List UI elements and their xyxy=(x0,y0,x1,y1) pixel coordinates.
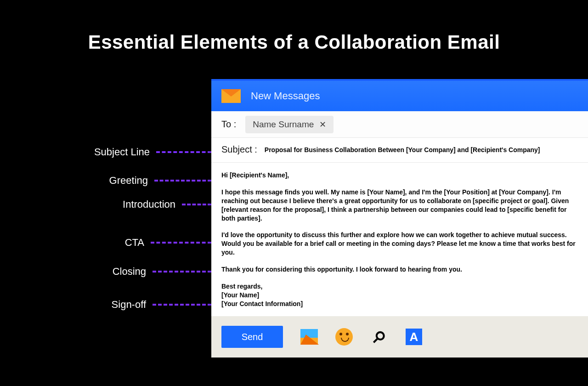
subject-text[interactable]: Proposal for Business Collaboration Betw… xyxy=(265,146,540,153)
subject-label: Subject : xyxy=(221,144,257,155)
label-greeting: Greeting xyxy=(109,175,148,187)
connector-line xyxy=(182,204,211,205)
email-toolbar: Send ⚲ A xyxy=(211,316,588,358)
email-compose-window: New Messages To : Name Surname ✕ Subject… xyxy=(211,79,588,358)
body-cta: I'd love the opportunity to discuss this… xyxy=(221,231,578,257)
connector-line xyxy=(153,304,211,306)
recipient-name: Name Surname xyxy=(253,119,314,130)
connector-line xyxy=(154,180,211,182)
to-label: To : xyxy=(221,119,236,130)
remove-recipient-icon[interactable]: ✕ xyxy=(319,119,326,130)
recipient-chip[interactable]: Name Surname ✕ xyxy=(245,116,334,133)
label-introduction: Introduction xyxy=(123,199,175,210)
label-cta: CTA xyxy=(125,237,144,249)
body-signoff-line2: [Your Name] xyxy=(221,291,578,300)
insert-emoji-icon[interactable] xyxy=(335,328,353,346)
subject-field-row: Subject : Proposal for Business Collabor… xyxy=(211,138,588,163)
mail-icon xyxy=(221,89,241,103)
connector-line xyxy=(151,242,211,244)
connector-line xyxy=(153,271,211,272)
label-subject-line: Subject Line xyxy=(94,146,150,158)
text-format-icon[interactable]: A xyxy=(405,328,423,346)
insert-image-icon[interactable] xyxy=(300,328,318,346)
body-closing: Thank you for considering this opportuni… xyxy=(221,265,578,274)
email-header-title: New Messages xyxy=(251,90,320,102)
to-field-row: To : Name Surname ✕ xyxy=(211,111,588,138)
attach-file-icon[interactable]: ⚲ xyxy=(367,324,391,349)
body-signoff-line1: Best regards, xyxy=(221,282,578,291)
body-introduction: I hope this message finds you well. My n… xyxy=(221,188,578,223)
send-button[interactable]: Send xyxy=(221,326,283,348)
email-body[interactable]: Hi [Recipient's Name], I hope this messa… xyxy=(211,163,588,318)
body-greeting: Hi [Recipient's Name], xyxy=(221,171,578,180)
label-closing: Closing xyxy=(113,266,146,278)
email-header-bar: New Messages xyxy=(211,81,588,111)
body-signoff-line3: [Your Contact Information] xyxy=(221,300,578,308)
page-title: Essential Elements of a Collaboration Em… xyxy=(0,0,588,53)
connector-line xyxy=(156,151,211,153)
label-signoff: Sign-off xyxy=(112,299,146,311)
